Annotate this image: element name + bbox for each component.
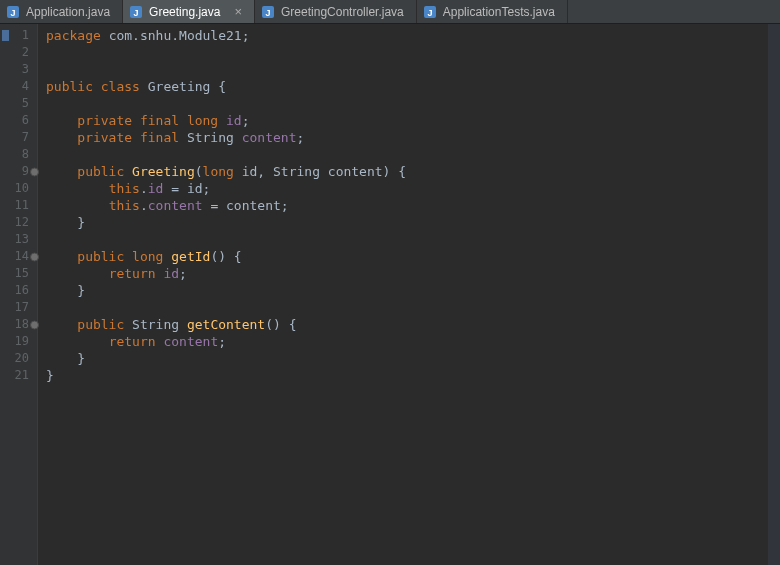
line-number[interactable]: 3	[0, 61, 37, 78]
line-number[interactable]: 12	[0, 214, 37, 231]
code-line[interactable]: public String getContent() {	[46, 316, 768, 333]
line-number[interactable]: 17	[0, 299, 37, 316]
java-file-icon: J	[129, 5, 143, 19]
editor-tab[interactable]: JApplication.java	[0, 0, 123, 23]
code-line[interactable]: }	[46, 282, 768, 299]
token-kw: public	[77, 317, 124, 332]
token-kw: public long	[77, 249, 163, 264]
editor-tab-bar: JApplication.javaJGreeting.java×JGreetin…	[0, 0, 780, 24]
editor-tab[interactable]: JApplicationTests.java	[417, 0, 568, 23]
code-line[interactable]: public long getId() {	[46, 248, 768, 265]
token-field: content	[148, 198, 203, 213]
line-number[interactable]: 8	[0, 146, 37, 163]
line-number[interactable]: 18	[0, 316, 37, 333]
code-line[interactable]: this.content = content;	[46, 197, 768, 214]
code-line[interactable]	[46, 231, 768, 248]
token-kw: long	[203, 164, 234, 179]
token-field: content	[163, 334, 218, 349]
fold-marker-icon[interactable]	[30, 167, 39, 176]
token-method: Greeting	[132, 164, 195, 179]
line-number[interactable]: 9	[0, 163, 37, 180]
line-number[interactable]: 21	[0, 367, 37, 384]
vertical-scrollbar[interactable]	[768, 24, 780, 565]
code-line[interactable]: private final String content;	[46, 129, 768, 146]
line-number[interactable]: 15	[0, 265, 37, 282]
line-number[interactable]: 16	[0, 282, 37, 299]
line-number[interactable]: 11	[0, 197, 37, 214]
code-line[interactable]: }	[46, 350, 768, 367]
token-type: String	[187, 130, 234, 145]
token-kw: return	[109, 266, 156, 281]
code-line[interactable]	[46, 44, 768, 61]
code-line[interactable]: this.id = id;	[46, 180, 768, 197]
code-line[interactable]: return content;	[46, 333, 768, 350]
line-number[interactable]: 6	[0, 112, 37, 129]
token-method: getContent	[187, 317, 265, 332]
token-kw: public class	[46, 79, 140, 94]
editor-tab[interactable]: JGreeting.java×	[123, 0, 255, 23]
token-field: id	[148, 181, 164, 196]
line-number[interactable]: 2	[0, 44, 37, 61]
line-number[interactable]: 10	[0, 180, 37, 197]
line-number[interactable]: 1	[0, 27, 37, 44]
code-editor: 123456789101112131415161718192021 packag…	[0, 24, 780, 565]
svg-text:J: J	[10, 7, 15, 17]
line-number[interactable]: 13	[0, 231, 37, 248]
code-line[interactable]	[46, 146, 768, 163]
token-kw: private final	[77, 130, 179, 145]
token-field: id	[226, 113, 242, 128]
token-field: content	[242, 130, 297, 145]
token-kw: this	[109, 181, 140, 196]
line-number[interactable]: 19	[0, 333, 37, 350]
line-number[interactable]: 14	[0, 248, 37, 265]
tab-label: ApplicationTests.java	[443, 5, 555, 19]
line-number[interactable]: 20	[0, 350, 37, 367]
line-number[interactable]: 4	[0, 78, 37, 95]
editor-tab[interactable]: JGreetingController.java	[255, 0, 417, 23]
java-file-icon: J	[423, 5, 437, 19]
token-kw: public	[77, 164, 124, 179]
token-type: String	[273, 164, 320, 179]
close-icon[interactable]: ×	[234, 5, 242, 18]
java-file-icon: J	[261, 5, 275, 19]
code-line[interactable]: public class Greeting {	[46, 78, 768, 95]
tab-label: Application.java	[26, 5, 110, 19]
code-line[interactable]	[46, 61, 768, 78]
tab-label: GreetingController.java	[281, 5, 404, 19]
token-pkg: com.snhu.Module21	[109, 28, 242, 43]
line-selection-indicator	[2, 30, 9, 41]
svg-text:J: J	[134, 7, 139, 17]
java-file-icon: J	[6, 5, 20, 19]
code-line[interactable]: private final long id;	[46, 112, 768, 129]
token-method: getId	[171, 249, 210, 264]
token-kw: package	[46, 28, 101, 43]
svg-text:J: J	[266, 7, 271, 17]
token-type: String	[132, 317, 179, 332]
fold-marker-icon[interactable]	[30, 320, 39, 329]
code-area[interactable]: package com.snhu.Module21;public class G…	[38, 24, 768, 565]
token-field: id	[163, 266, 179, 281]
tab-label: Greeting.java	[149, 5, 220, 19]
line-number-gutter: 123456789101112131415161718192021	[0, 24, 38, 565]
code-line[interactable]: public Greeting(long id, String content)…	[46, 163, 768, 180]
line-number[interactable]: 5	[0, 95, 37, 112]
code-line[interactable]: }	[46, 367, 768, 384]
token-kw: return	[109, 334, 156, 349]
fold-marker-icon[interactable]	[30, 252, 39, 261]
line-number[interactable]: 7	[0, 129, 37, 146]
token-kw: private final long	[77, 113, 218, 128]
token-ident: Greeting	[148, 79, 211, 94]
code-line[interactable]	[46, 95, 768, 112]
token-kw: this	[109, 198, 140, 213]
code-line[interactable]	[46, 299, 768, 316]
code-line[interactable]: package com.snhu.Module21;	[46, 27, 768, 44]
svg-text:J: J	[427, 7, 432, 17]
code-line[interactable]: }	[46, 214, 768, 231]
code-line[interactable]: return id;	[46, 265, 768, 282]
